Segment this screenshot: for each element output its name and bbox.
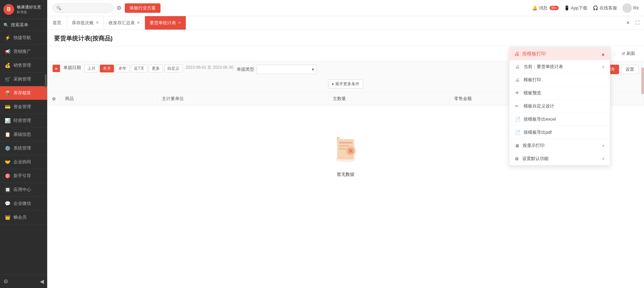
sidebar-item-cooperation[interactable]: 🤝 企业协同 bbox=[0, 155, 47, 169]
date-btn-last-month[interactable]: 上月 bbox=[84, 65, 98, 72]
type-filter-label: 单据类型 bbox=[237, 66, 254, 72]
sidebar-item-wechat[interactable]: 💬 企业微信 bbox=[0, 197, 47, 211]
tab-close-icon[interactable]: ✕ bbox=[96, 21, 99, 25]
export-excel-label: 按模板导出excel bbox=[524, 116, 556, 122]
print-preview-item[interactable]: 👁 模板预览 bbox=[509, 87, 610, 100]
refresh-icon: ↺ bbox=[621, 51, 625, 56]
print-template-item[interactable]: 🖨 模板打印 bbox=[509, 73, 610, 87]
trial-btn[interactable]: 体验行业方案 bbox=[125, 3, 160, 13]
sidebar-item-finance[interactable]: 💳 资金管理 bbox=[0, 100, 47, 114]
user-avatar bbox=[622, 3, 632, 13]
print-export-pdf-item[interactable]: 📄 按模板导出pdf bbox=[509, 126, 610, 139]
date-filter-label: 单据日期 bbox=[63, 65, 81, 71]
tab-expand-btn[interactable]: ⛶ bbox=[633, 19, 641, 27]
type-select[interactable]: ▾ bbox=[256, 65, 317, 74]
sidebar-item-label: 新手引导 bbox=[13, 173, 31, 179]
settings-btn[interactable]: 设置 bbox=[621, 65, 639, 74]
sidebar-item-sales[interactable]: 💰 销售管理 bbox=[0, 59, 47, 72]
tab-inventory-batch[interactable]: 库存批次账 ✕ bbox=[67, 16, 104, 30]
search-label: 搜索菜单 bbox=[11, 22, 28, 28]
sales-icon: 💰 bbox=[4, 62, 11, 69]
search-icon: 🔍 bbox=[3, 23, 9, 28]
sidebar-collapse-icon[interactable]: ◀ bbox=[40, 278, 44, 285]
search-icon: 🔍 bbox=[56, 6, 61, 10]
current-template-icon: 🖨 bbox=[515, 64, 520, 69]
app-download-item[interactable]: 📱 App下载 bbox=[564, 5, 587, 11]
user-item[interactable]: Rit bbox=[622, 3, 639, 13]
sidebar-item-new-guide[interactable]: 🎯 新手引导 bbox=[0, 169, 47, 183]
tab-home[interactable]: 首页 bbox=[47, 16, 67, 30]
topbar-search-box[interactable]: 🔍 bbox=[53, 3, 113, 13]
tabbar-actions: ✕ ⛶ bbox=[624, 19, 644, 27]
sidebar-item-label: 快捷导航 bbox=[13, 35, 31, 41]
chevron-right-icon2: ▾ bbox=[602, 143, 605, 148]
refresh-btn[interactable]: ↺ 刷新 bbox=[618, 49, 639, 58]
sidebar-item-inventory[interactable]: 📦 库存核算 bbox=[0, 86, 47, 100]
set-default-section[interactable]: ⚙ 设置默认功能 ▾ bbox=[509, 152, 610, 165]
topbar: 🔍 ⚙ 体验行业方案 🔔 消息 99+ 📱 App下载 🎧 在线客服 Rit bbox=[47, 0, 644, 16]
refresh-btn-label: 刷新 bbox=[626, 51, 635, 57]
tab-close-all-btn[interactable]: ✕ bbox=[624, 19, 632, 27]
print-export-excel-item[interactable]: 📄 按模板导出excel bbox=[509, 113, 610, 126]
page-header: 要货单统计表(按商品) bbox=[47, 30, 644, 46]
tab-close-icon[interactable]: ✕ bbox=[178, 21, 181, 25]
date-btn-custom[interactable]: 自定义 bbox=[164, 65, 182, 72]
sidebar-item-membership[interactable]: 👑 畅会员 bbox=[0, 211, 47, 224]
print-custom-design-item[interactable]: ✏ 模板自定义设计 bbox=[509, 100, 610, 113]
table-th-settings[interactable]: ⚙ bbox=[47, 92, 61, 105]
notifications-item[interactable]: 🔔 消息 99+ bbox=[532, 5, 559, 11]
operation-icon: 📊 bbox=[4, 117, 11, 124]
sidebar-item-quick-nav[interactable]: ⚡ 快捷导航 bbox=[0, 31, 47, 45]
sidebar-scrollbar bbox=[45, 74, 47, 88]
date-btn-this-year[interactable]: 本年 bbox=[115, 65, 129, 72]
export-pdf-label: 按模板导出pdf bbox=[524, 129, 552, 135]
sidebar-item-label: 经营管理 bbox=[13, 118, 31, 124]
topbar-right: 🔔 消息 99+ 📱 App下载 🎧 在线客服 Rit bbox=[532, 3, 639, 13]
sidebar-item-system[interactable]: ⚙️ 系统管理 bbox=[0, 141, 47, 155]
sidebar-item-app-center[interactable]: 🔲 应用中心 bbox=[0, 183, 47, 197]
date-btn-more[interactable]: 更多 bbox=[149, 65, 163, 72]
sidebar-item-basic-info[interactable]: 📋 基础信息 bbox=[0, 128, 47, 141]
sidebar-item-label: 资金管理 bbox=[13, 104, 31, 110]
expand-more-btn[interactable]: ▾ 展开更多条件 bbox=[328, 79, 363, 89]
sidebar-logo: B 畅康通好生意 标准版 bbox=[0, 0, 47, 19]
new-guide-icon: 🎯 bbox=[4, 172, 11, 179]
quick-nav-icon: ⚡ bbox=[4, 34, 11, 41]
date-btn-this-month[interactable]: 本月 bbox=[100, 65, 114, 72]
current-template-label: 当前：要货单统计表 bbox=[524, 64, 563, 70]
tab-order-stats[interactable]: 要货单统计表 ✕ bbox=[145, 16, 186, 30]
tab-collection-summary[interactable]: 收发存汇总表 ✕ bbox=[104, 16, 145, 30]
purchase-icon: 🛒 bbox=[4, 76, 11, 83]
notifications-badge: 99+ bbox=[550, 6, 559, 10]
sidebar-item-operation[interactable]: 📊 经营管理 bbox=[0, 114, 47, 128]
date-btn-7days[interactable]: 近7天 bbox=[131, 65, 147, 72]
sidebar-nav: ⚡ 快捷导航 📢 营销推广 💰 销售管理 🛒 采购管理 📦 库存核算 💳 资金管… bbox=[0, 31, 47, 275]
chevron-right-icon: ▾ bbox=[602, 64, 605, 69]
sidebar-item-label: 销售管理 bbox=[13, 62, 31, 68]
filter-expand-btn[interactable]: » bbox=[53, 65, 60, 72]
empty-icon bbox=[329, 132, 362, 166]
print-dropdown-current[interactable]: 🖨 当前：要货单统计表 ▾ bbox=[509, 60, 610, 73]
template-print-label: 模板打印 bbox=[524, 77, 541, 83]
sidebar-item-label: 库存核算 bbox=[13, 90, 31, 96]
marketing-icon: 📢 bbox=[4, 48, 11, 55]
template-custom-label: 模板自定义设计 bbox=[524, 103, 554, 109]
sidebar-item-label: 系统管理 bbox=[13, 145, 31, 151]
chevron-right-icon3: ▾ bbox=[602, 156, 605, 161]
topbar-gear-icon[interactable]: ⚙ bbox=[117, 5, 121, 11]
right-scrollbar[interactable] bbox=[641, 67, 644, 94]
phone-icon: 📱 bbox=[564, 5, 569, 10]
tab-close-icon[interactable]: ✕ bbox=[137, 21, 140, 25]
membership-icon: 👑 bbox=[4, 214, 11, 221]
sidebar-item-marketing[interactable]: 📢 营销推广 bbox=[0, 45, 47, 59]
print-dropdown-close-icon[interactable]: ▲ bbox=[601, 52, 605, 57]
sidebar-settings-icon[interactable]: ⚙ bbox=[3, 278, 8, 285]
sidebar-item-purchase[interactable]: 🛒 采购管理 bbox=[0, 72, 47, 86]
sidebar-search[interactable]: 🔍 搜索菜单 bbox=[0, 19, 47, 31]
online-service-item[interactable]: 🎧 在线客服 bbox=[593, 5, 617, 11]
sidebar-item-label: 应用中心 bbox=[13, 187, 31, 193]
sidebar-item-label: 基础信息 bbox=[13, 131, 31, 137]
display-print-section[interactable]: 🖥 按显示打印 ▾ bbox=[509, 139, 610, 152]
set-default-icon: ⚙ bbox=[515, 156, 519, 161]
sidebar-item-label: 企业协同 bbox=[13, 159, 31, 165]
